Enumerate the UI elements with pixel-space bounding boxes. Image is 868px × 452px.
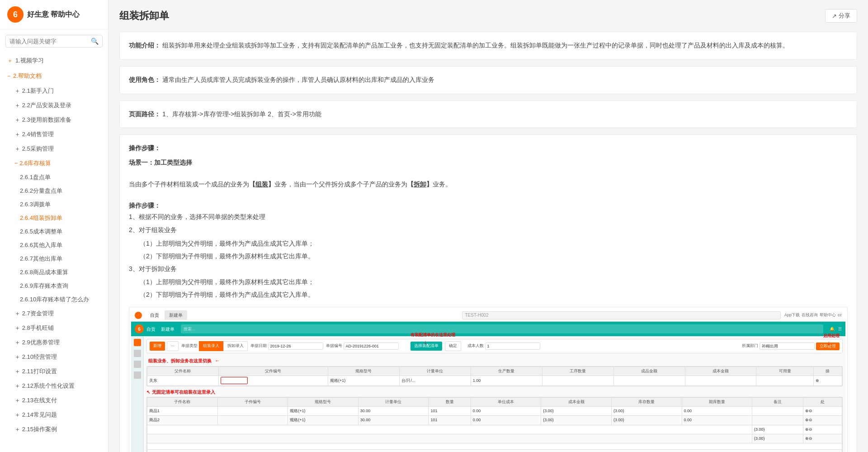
col-header: 备注: [752, 397, 803, 406]
func-label: 功能介绍：: [129, 42, 160, 49]
sidebar-item-stock-query[interactable]: 2.6.9库存账本查询: [0, 279, 108, 293]
scene1-title: 场景一：加工类型选择: [129, 157, 848, 168]
parent-num-input[interactable]: [221, 377, 248, 384]
cell-remark: [752, 407, 803, 416]
sidebar-item-adjust[interactable]: 2.6.3调拨单: [0, 198, 108, 211]
ops-title: 操作步骤：: [129, 143, 848, 154]
sidebar-icon: [134, 361, 141, 368]
sub-plus-icon: ＋: [14, 116, 22, 123]
sidebar-item-data-prep[interactable]: ＋ 2.3使用前数据准备: [0, 113, 108, 127]
count-input[interactable]: [485, 343, 540, 350]
sidebar-item-video[interactable]: ＋ 1.视频学习: [0, 53, 108, 68]
cell-spec: 规格(+1): [288, 416, 359, 425]
col-header: 计量单位: [358, 397, 429, 406]
sub-plus-icon: ＋: [14, 145, 22, 152]
cell-cost: (3.00): [541, 407, 612, 416]
scene1-steps-title: 操作步骤：: [129, 200, 848, 211]
table-row: [147, 450, 842, 452]
sidebar-item-install[interactable]: ＋ 2.2产品安装及登录: [0, 98, 108, 113]
sidebar-item-assembly[interactable]: 2.6.4组装拆卸单: [0, 211, 108, 225]
sidebar-item-payment[interactable]: ＋ 2.13在线支付: [0, 393, 108, 408]
nav-section: ＋ 1.视频学习 − 2.帮助文档 ＋ 2.1新手入门 ＋ 2.2产品安装及登录…: [0, 51, 108, 438]
app-search[interactable]: 搜索...: [181, 324, 823, 333]
browser-actions: App下载 在线咨询 帮助中心 cc: [784, 312, 842, 319]
browser-tabs: 自贡 新建单: [146, 310, 458, 320]
search-icon[interactable]: 🔍: [91, 38, 99, 45]
org-label: 所属部门: [742, 343, 758, 349]
assembly-tab[interactable]: 组装录入: [199, 341, 223, 351]
logo-icon: 6: [7, 6, 24, 23]
sidebar-item-cost-recalc[interactable]: 2.6.8商品成本重算: [0, 266, 108, 279]
logo-area: 6 好生意 帮助中心: [0, 0, 108, 29]
sidebar-item-purchase[interactable]: ＋ 2.5采购管理: [0, 142, 108, 156]
cell-stock: (3.00): [611, 407, 682, 416]
cell-remark: [752, 416, 803, 425]
cell-name: 商品2: [147, 416, 218, 425]
sidebar-item-mobile[interactable]: ＋ 2.8手机旺铺: [0, 321, 108, 335]
sub-minus-icon: −: [14, 160, 19, 167]
cell-period-stock: 0.00: [682, 416, 752, 425]
sidebar-item-print[interactable]: ＋ 2.11打印设置: [0, 364, 108, 379]
sidebar-icon: [134, 350, 141, 357]
date-input[interactable]: [268, 343, 323, 350]
disassembly-sub-list: （1）上部明细为父件明细，最终作为原材料生成其它出库单； （2）下部明细为子件明…: [140, 276, 848, 300]
browser-action-help: 帮助中心: [820, 312, 836, 319]
browser-logo: [135, 312, 142, 319]
sidebar-item-faq[interactable]: ＋ 2.14常见问题: [0, 408, 108, 422]
org-input[interactable]: [760, 343, 815, 350]
cell-num: [217, 407, 288, 416]
browser-url[interactable]: TEST-H002: [462, 311, 781, 319]
browser-tab-active[interactable]: 自贡: [146, 310, 164, 320]
app-icon-menu: ☰: [838, 326, 842, 333]
app-content: 新增 ··· 单据类型 组装录入 拆卸录入: [131, 336, 845, 452]
menu-item[interactable]: 新建单: [161, 325, 175, 333]
screenshot-container: 自贡 新建单 TEST-H002 App下载 在线咨询 帮助中心 cc 6: [129, 307, 848, 452]
confirm-btn[interactable]: 确定: [445, 341, 461, 351]
search-box[interactable]: 🔍: [5, 35, 103, 48]
sidebar-item-other-out[interactable]: 2.6.7其他出库单: [0, 252, 108, 266]
logo-text: 好生意 帮助中心: [27, 10, 80, 19]
sidebar-item-new-user[interactable]: ＋ 2.1新手入门: [0, 84, 108, 98]
sidebar-item-other-in[interactable]: 2.6.6其他入库单: [0, 238, 108, 252]
form-toolbar: 新增 ··· 单据类型 组装录入 拆卸录入: [146, 339, 843, 353]
sidebar-item-cost-adjust[interactable]: 2.6.5成本调整单: [0, 225, 108, 238]
sidebar-item-coupon[interactable]: ＋ 2.9优惠券管理: [0, 335, 108, 350]
col-header: 可用量: [756, 367, 813, 376]
annotation-enable: 启用处理: [823, 333, 840, 339]
search-input[interactable]: [9, 38, 91, 45]
menu-item[interactable]: 自贡: [146, 325, 156, 333]
new-btn[interactable]: 新增: [150, 342, 165, 350]
col-header: 规格型号: [328, 367, 400, 376]
cell-avail: [756, 376, 813, 385]
intro-card: 功能介绍： 组装拆卸单用来处理企业组装或拆卸等加工业务，支持有固定装配清单的产品…: [119, 32, 857, 60]
disassembly-tab[interactable]: 拆卸录入: [223, 341, 248, 351]
table-row: [147, 443, 842, 450]
docs-sub-nav: ＋ 2.1新手入门 ＋ 2.2产品安装及登录 ＋ 2.3使用前数据准备 ＋ 2.…: [0, 84, 108, 171]
sidebar-item-ops[interactable]: ＋ 2.10经营管理: [0, 350, 108, 364]
sidebar-item-stock-err[interactable]: 2.6.10库存账本错了怎么办: [0, 293, 108, 306]
role-text: 通常由生产人员或库管人员完成拆装业务的操作，库管人员确认原材料的出库和产成品的入…: [162, 76, 434, 83]
sidebar-item-finance[interactable]: ＋ 2.7资金管理: [0, 306, 108, 321]
sub-plus-icon: ＋: [14, 426, 22, 433]
col-header: 子件编号: [217, 397, 288, 406]
arrow-left: ←: [215, 357, 220, 364]
sidebar-item-inventory[interactable]: − 2.6库存核算: [0, 156, 108, 171]
sidebar-item-label: 2.帮助文档: [13, 72, 42, 80]
cell-stock: (3.00): [611, 416, 682, 425]
browser-tab[interactable]: 新建单: [165, 310, 187, 320]
sidebar-item-cases[interactable]: ＋ 2.15操作案例: [0, 422, 108, 437]
other-btn[interactable]: ···: [167, 341, 179, 351]
sidebar-item-custom[interactable]: ＋ 2.12系统个性化设置: [0, 379, 108, 393]
sidebar-item-docs[interactable]: − 2.帮助文档: [0, 68, 108, 84]
sidebar-item-stocktake[interactable]: 2.6.1盘点单: [0, 171, 108, 184]
browser-action-cc: cc: [838, 312, 842, 319]
sidebar-item-sales[interactable]: ＋ 2.4销售管理: [0, 127, 108, 142]
col-header: 生产数量: [471, 367, 542, 376]
num-input[interactable]: [344, 343, 399, 350]
sidebar-icon: [134, 339, 141, 346]
col-header: 数量: [429, 397, 471, 406]
share-button[interactable]: ↗ 分享: [825, 9, 857, 23]
table-row: 商品2 规格(+1) 30.00 101 0.00 (3.00) (3.00): [147, 416, 842, 425]
type-switch[interactable]: 组装录入 拆卸录入: [199, 341, 248, 351]
sidebar-item-partial-stocktake[interactable]: 2.6.2分量盘点单: [0, 184, 108, 198]
